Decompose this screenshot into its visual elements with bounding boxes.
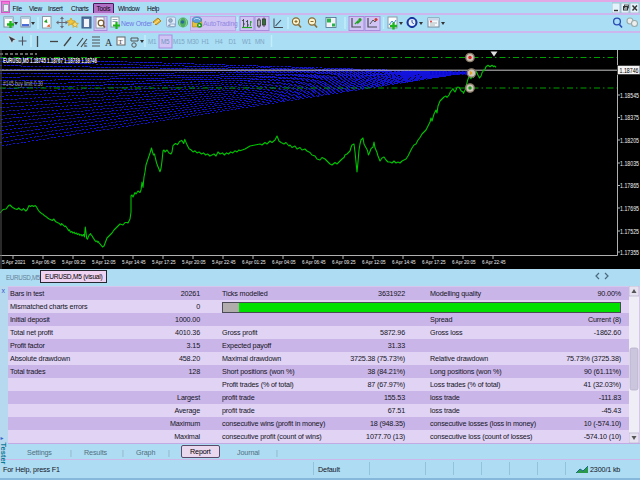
svg-text:1.18746: 1.18746 — [620, 67, 639, 74]
svg-text:6 Apr 17:25: 6 Apr 17:25 — [422, 259, 446, 265]
svg-text:5 Apr 20:05: 5 Apr 20:05 — [182, 259, 206, 265]
svg-text:6 Apr 09:25: 6 Apr 09:25 — [332, 259, 356, 265]
svg-text:H4: H4 — [215, 38, 223, 45]
svg-text:1.17865: 1.17865 — [620, 182, 639, 189]
svg-text:#145 buy limit 0.30: #145 buy limit 0.30 — [3, 80, 43, 88]
svg-text:EURUSD,M5 1.18745 1.18767 1.1: EURUSD,M5 1.18745 1.18767 1.18738 1.1874… — [3, 57, 97, 65]
svg-text:W1: W1 — [242, 38, 252, 45]
svg-text:E: E — [84, 42, 88, 48]
svg-text:6 Apr 01:25: 6 Apr 01:25 — [242, 259, 266, 265]
svg-text:6 Apr 12:05: 6 Apr 12:05 — [362, 259, 386, 265]
svg-text:5 Apr 06:45: 5 Apr 06:45 — [32, 259, 56, 265]
svg-text:T: T — [119, 38, 123, 45]
svg-text:1.17525: 1.17525 — [620, 228, 639, 235]
svg-text:1.18035: 1.18035 — [620, 160, 639, 167]
svg-text:5 Apr 22:45: 5 Apr 22:45 — [212, 259, 236, 265]
svg-text:MN: MN — [255, 38, 265, 45]
svg-text:5 Apr 14:45: 5 Apr 14:45 — [122, 259, 146, 265]
svg-text:A: A — [105, 37, 113, 48]
svg-text:1.18545: 1.18545 — [620, 92, 639, 99]
svg-text:5 Apr 09:25: 5 Apr 09:25 — [62, 259, 86, 265]
svg-text:M30: M30 — [187, 38, 199, 45]
svg-text:New Order: New Order — [121, 20, 153, 27]
svg-text:6 Apr 04:05: 6 Apr 04:05 — [272, 259, 296, 265]
svg-text:6 Apr 06:45: 6 Apr 06:45 — [302, 259, 326, 265]
svg-text:1.18205: 1.18205 — [620, 137, 639, 144]
svg-text:1.17695: 1.17695 — [620, 205, 639, 212]
svg-text:6 Apr 20:05: 6 Apr 20:05 — [452, 259, 476, 265]
svg-text:5 Apr 12:05: 5 Apr 12:05 — [92, 259, 116, 265]
svg-text:AutoTrading: AutoTrading — [203, 20, 238, 28]
svg-text:5 Apr 2021: 5 Apr 2021 — [2, 259, 26, 265]
svg-text:6 Apr 14:45: 6 Apr 14:45 — [392, 259, 416, 265]
svg-text:5 Apr 17:25: 5 Apr 17:25 — [152, 259, 176, 265]
svg-text:M1: M1 — [148, 38, 157, 45]
svg-text:M15: M15 — [173, 38, 185, 45]
svg-text:H1: H1 — [202, 38, 210, 45]
svg-text:M5: M5 — [161, 38, 170, 45]
svg-text:D1: D1 — [229, 38, 237, 45]
svg-text:1.18375: 1.18375 — [620, 114, 639, 121]
svg-text:6 Apr 22:45: 6 Apr 22:45 — [482, 259, 506, 265]
svg-text:1.17355: 1.17355 — [620, 249, 639, 256]
